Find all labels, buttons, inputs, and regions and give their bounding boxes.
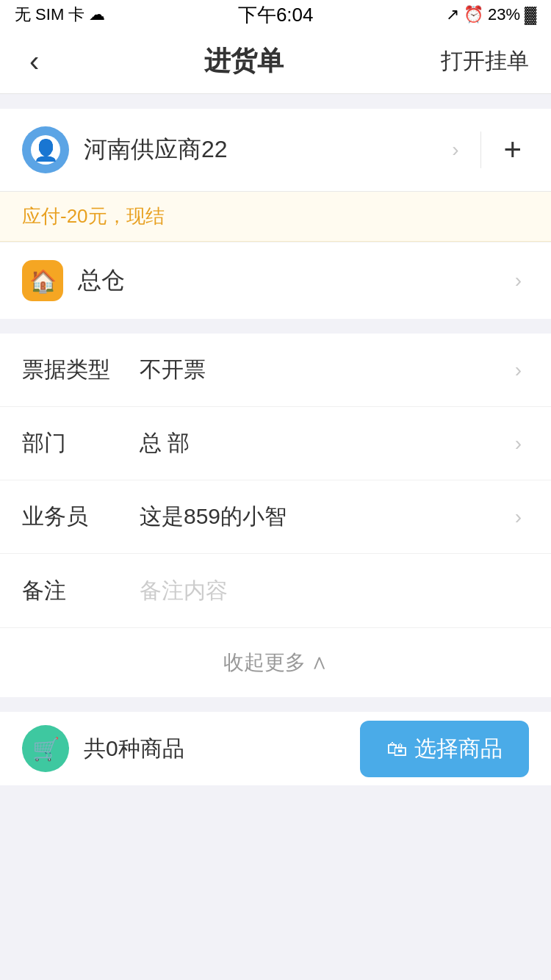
warehouse-name: 总仓 <box>78 264 515 297</box>
invoice-type-label: 票据类型 <box>22 355 125 385</box>
warehouse-chevron-icon: › <box>515 269 522 292</box>
page-background <box>0 785 551 980</box>
salesperson-label: 业务员 <box>22 502 125 532</box>
remark-label: 备注 <box>22 576 125 606</box>
select-product-button[interactable]: 🛍 选择商品 <box>360 721 529 777</box>
salesperson-chevron-icon: › <box>515 505 522 529</box>
supplier-avatar: 👤 <box>22 126 69 173</box>
department-chevron-icon: › <box>515 432 522 455</box>
warehouse-row[interactable]: 🏠 总仓 › <box>0 242 551 319</box>
form-section: 票据类型 不开票 › 部门 总 部 › 业务员 这是859的小智 › 备注 备注… <box>0 334 551 627</box>
supplier-name: 河南供应商22 <box>84 134 452 166</box>
supplier-section: 👤 河南供应商22 › + 应付-20元，现结 🏠 总仓 › <box>0 109 551 319</box>
product-count: 共0种商品 <box>84 734 360 764</box>
network-status: 无 SIM 卡 ☁ <box>15 4 105 26</box>
invoice-type-value: 不开票 <box>125 355 515 385</box>
status-right: ↗ ⏰ 23% ▓ <box>446 5 536 24</box>
page-title: 进货单 <box>204 43 284 79</box>
avatar-icon: 👤 <box>33 138 59 162</box>
spacer-1 <box>0 94 551 109</box>
status-time: 下午6:04 <box>238 2 314 28</box>
supplier-row[interactable]: 👤 河南供应商22 › + <box>0 109 551 192</box>
battery-icon: ▓ <box>525 5 536 24</box>
add-button[interactable]: + <box>496 132 529 167</box>
status-left: 无 SIM 卡 ☁ <box>15 4 105 26</box>
remark-row[interactable]: 备注 备注内容 <box>0 554 551 627</box>
avatar-inner: 👤 <box>31 135 60 165</box>
product-icon: 🛒 <box>32 736 60 762</box>
remark-placeholder[interactable]: 备注内容 <box>125 576 529 606</box>
collapse-bar[interactable]: 收起更多 ∧ <box>0 627 551 697</box>
warehouse-icon-wrap: 🏠 <box>22 260 63 301</box>
invoice-chevron-icon: › <box>515 359 522 382</box>
product-icon-wrap: 🛒 <box>22 725 69 772</box>
notice-bar: 应付-20元，现结 <box>0 192 551 242</box>
salesperson-value: 这是859的小智 <box>125 502 515 532</box>
open-pending-button[interactable]: 打开挂单 <box>441 46 529 76</box>
nav-bar: ‹ 进货单 打开挂单 <box>0 29 551 94</box>
location-icon: ↗ <box>446 5 459 24</box>
vertical-divider <box>480 131 481 168</box>
chevron-right-icon: › <box>452 138 458 162</box>
select-product-label: 选择商品 <box>414 734 503 764</box>
bottom-bar: 🛒 共0种商品 🛍 选择商品 <box>0 712 551 785</box>
department-row[interactable]: 部门 总 部 › <box>0 407 551 480</box>
invoice-type-row[interactable]: 票据类型 不开票 › <box>0 334 551 407</box>
warehouse-icon: 🏠 <box>29 268 57 294</box>
alarm-icon: ⏰ <box>464 5 483 24</box>
status-bar: 无 SIM 卡 ☁ 下午6:04 ↗ ⏰ 23% ▓ <box>0 0 551 29</box>
select-product-icon: 🛍 <box>386 737 407 761</box>
battery-level: 23% <box>488 5 520 24</box>
back-button[interactable]: ‹ <box>22 37 46 85</box>
salesperson-row[interactable]: 业务员 这是859的小智 › <box>0 480 551 554</box>
department-value: 总 部 <box>125 428 515 458</box>
department-label: 部门 <box>22 428 125 458</box>
